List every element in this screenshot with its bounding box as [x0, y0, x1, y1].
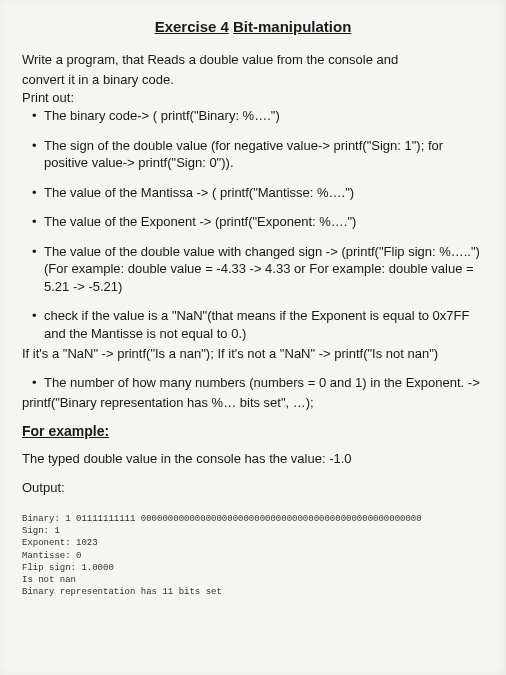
bullet-mantissa: The value of the Mantissa -> ( printf("M…	[32, 184, 484, 202]
output-label: Output:	[22, 480, 484, 495]
bullet-flip: The value of the double value with chang…	[32, 243, 484, 296]
print-out-label: Print out:	[22, 90, 484, 105]
bullet-list-2: The sign of the double value (for negati…	[32, 137, 484, 343]
bullet-binary: The binary code-> ( printf("Binary: %…."…	[32, 107, 484, 125]
for-example-heading: For example:	[22, 423, 484, 439]
output-block: Binary: 1 01111111111 000000000000000000…	[22, 513, 484, 598]
bullet-list-3: The number of how many numbers (numbers …	[32, 374, 484, 392]
bullet-count: The number of how many numbers (numbers …	[32, 374, 484, 392]
document-page: Exercise 4 Bit-manipulation Write a prog…	[0, 0, 506, 675]
nan-continuation: If it's a "NaN" -> printf("Is a nan"); I…	[22, 345, 484, 363]
exercise-title: Exercise 4 Bit-manipulation	[22, 18, 484, 35]
bullet-sign: The sign of the double value (for negati…	[32, 137, 484, 172]
intro-line-1: Write a program, that Reads a double val…	[22, 51, 484, 69]
example-description: The typed double value in the console ha…	[22, 451, 484, 466]
bullet-exponent: The value of the Exponent -> (printf("Ex…	[32, 213, 484, 231]
bullet-nan: check if the value is a "NaN"(that means…	[32, 307, 484, 342]
count-continuation: printf("Binary representation has %… bit…	[22, 394, 484, 412]
title-rest: Bit-manipulation	[233, 18, 351, 35]
title-bold: Exercise 4	[155, 18, 229, 35]
intro-line-2: convert it in a binary code.	[22, 71, 484, 89]
bullet-list: The binary code-> ( printf("Binary: %…."…	[32, 107, 484, 125]
